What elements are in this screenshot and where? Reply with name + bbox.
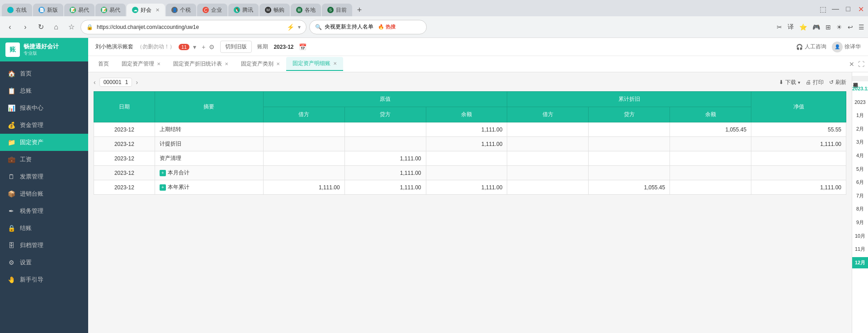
period-8[interactable]: 8月	[852, 203, 868, 215]
dropdown-arrow[interactable]: ▾	[193, 43, 196, 51]
gamepad-icon[interactable]: 🎮	[812, 23, 820, 31]
row4-orig-debit	[263, 166, 344, 180]
refresh-icon: ↺	[829, 79, 834, 85]
sidebar-item-funds[interactable]: 💰 资金管理	[0, 117, 88, 134]
tab-depreciation-stats[interactable]: 固定资产折旧统计表 ✕	[167, 57, 235, 70]
search-box[interactable]: 🔍 央视更新主持人名单 🔥 热搜	[309, 20, 427, 34]
browser-tab-yidai1[interactable]: 📝 易代	[64, 4, 94, 16]
settings-icon-header[interactable]: ⚙	[209, 43, 215, 51]
period-2023-12-top[interactable]: 2023.12	[852, 83, 868, 95]
dropdown-arrow-icon[interactable]: ▾	[298, 24, 301, 30]
sidebar-item-reports[interactable]: 📊 报表中心	[0, 99, 88, 117]
tab-asset-detail-ledger[interactable]: 固定资产明细账 ✕	[286, 57, 343, 71]
translate-icon[interactable]: 译	[788, 23, 794, 31]
history-icon[interactable]: ↩	[848, 23, 853, 31]
sidebar-item-closing[interactable]: 🔒 结账	[0, 220, 88, 237]
browser-tab-tencent[interactable]: 🐧 腾讯	[228, 4, 259, 16]
bookmark-button[interactable]: ☆	[65, 21, 78, 33]
browser-tab-haohui[interactable]: ☁ 好会 ✕	[127, 4, 165, 16]
tab-asset-category[interactable]: 固定资产类别 ✕	[235, 57, 286, 70]
print-icon: 🖨	[806, 79, 811, 85]
period-9[interactable]: 9月	[852, 217, 868, 229]
notification-badge[interactable]: 11	[179, 44, 189, 50]
period-11[interactable]: 11月	[852, 244, 868, 255]
tab-home[interactable]: 首页	[92, 57, 115, 70]
tab-close-detail[interactable]: ✕	[333, 61, 337, 66]
col-original-value: 原值	[263, 92, 507, 107]
sidebar-item-archive[interactable]: 🗄 归档管理	[0, 237, 88, 254]
brightness-icon[interactable]: ☀	[836, 23, 842, 31]
browser-toolbar-icons: ✂ 译 ⭐ 🎮 ⊞ ☀ ↩ ☰	[777, 23, 864, 31]
browser-tab-enterprise[interactable]: C 企业	[197, 4, 227, 16]
tab-close-dep[interactable]: ✕	[225, 61, 228, 66]
period-5[interactable]: 5月	[852, 164, 868, 175]
scissors-icon[interactable]: ✂	[777, 23, 782, 31]
period-3[interactable]: 3月	[852, 136, 868, 148]
sidebar-item-invoice[interactable]: 🗒 发票管理	[0, 168, 88, 185]
row2-dep-credit	[589, 137, 670, 151]
user-avatar-area[interactable]: 👤 徐译华	[832, 42, 861, 52]
star-icon[interactable]: ⭐	[799, 23, 807, 31]
browser-tab-muqian[interactable]: S 目前	[322, 4, 352, 16]
browser-minimize[interactable]: —	[830, 4, 841, 14]
browser-close[interactable]: ✕	[855, 4, 866, 14]
browser-tab-new[interactable]: 📄 新版	[33, 4, 63, 16]
table-row: 2023-12 资产清理 1,111.00	[94, 151, 846, 166]
period-selector-label[interactable]: 期间选择	[852, 76, 868, 81]
prev-page-arrow[interactable]: ‹	[94, 79, 96, 86]
sidebar-item-fixed-assets[interactable]: 📁 固定资产	[0, 134, 88, 151]
sidebar-item-payroll[interactable]: 💼 工资	[0, 151, 88, 168]
print-button[interactable]: 🖨 打印	[806, 79, 824, 86]
download-icon: ⬇	[779, 79, 783, 85]
menu-icon[interactable]: ☰	[859, 23, 864, 31]
sidebar-item-stock[interactable]: 📦 进销台账	[0, 185, 88, 202]
sidebar-item-ledger[interactable]: 📋 总账	[0, 82, 88, 99]
browser-tab-geshui[interactable]: 👤 个税	[166, 4, 196, 16]
period-4[interactable]: 4月	[852, 150, 868, 162]
next-page-arrow[interactable]: ›	[136, 79, 138, 86]
service-button[interactable]: 🎧 人工咨询	[796, 43, 826, 51]
period-2[interactable]: 2月	[852, 123, 868, 135]
sidebar-item-settings[interactable]: ⚙ 设置	[0, 254, 88, 271]
address-bar[interactable]: 🔒 https://cloud.chanjet.com/accounting/u…	[80, 20, 307, 34]
close-all-tabs-icon[interactable]: ✕	[849, 61, 854, 68]
tab-close-cat[interactable]: ✕	[276, 61, 280, 66]
switch-version-button[interactable]: 切到旧版	[220, 41, 252, 53]
browser-tab-yidai2[interactable]: 📝 易代	[95, 4, 126, 16]
sidebar-item-tax[interactable]: ✒ 税务管理	[0, 202, 88, 220]
row5-date: 2023-12	[94, 180, 155, 195]
tab-close-haohui[interactable]: ✕	[156, 7, 160, 13]
new-tab-button[interactable]: +	[353, 4, 366, 16]
tab-fixed-asset-management[interactable]: 固定资产管理 ✕	[115, 57, 167, 70]
refresh-button[interactable]: ↺ 刷新	[829, 79, 846, 86]
expand-icon[interactable]: ⛶	[858, 61, 864, 68]
grid-icon[interactable]: ⊞	[826, 23, 831, 31]
browser-tab-chang[interactable]: M 畅购	[259, 4, 290, 16]
calendar-icon[interactable]: 📅	[299, 43, 307, 51]
funds-icon: 💰	[7, 121, 15, 129]
sidebar-item-guide[interactable]: 🤚 新手引导	[0, 271, 88, 288]
period-6[interactable]: 6月	[852, 177, 868, 188]
browser-tab-gedi[interactable]: ⊞ 各地	[291, 4, 321, 16]
period-10[interactable]: 10月	[852, 230, 868, 242]
tab-close-fixed[interactable]: ✕	[157, 61, 160, 66]
browser-maximize[interactable]: □	[843, 4, 854, 14]
forward-button[interactable]: ›	[19, 21, 32, 33]
browser-tab-online[interactable]: 🌐 在线	[2, 4, 32, 16]
period-12-active[interactable]: 12月	[852, 257, 868, 269]
back-button[interactable]: ‹	[4, 21, 16, 33]
col-summary: 摘要	[155, 92, 263, 122]
avatar-icon: 👤	[835, 44, 840, 49]
period-1[interactable]: 1月	[852, 110, 868, 122]
period-7[interactable]: 7月	[852, 190, 868, 202]
browser-extensions[interactable]: ⬚	[817, 4, 828, 14]
add-account-icon[interactable]: +	[202, 43, 205, 51]
download-arrow-icon[interactable]: ▾	[798, 80, 800, 85]
home-button[interactable]: ⌂	[50, 21, 62, 33]
period-2023-year[interactable]: 2023	[852, 97, 868, 108]
summary-icon-year: +	[160, 184, 166, 191]
sidebar-item-home[interactable]: 🏠 首页	[0, 65, 88, 82]
refresh-button[interactable]: ↻	[34, 21, 47, 33]
ledger-icon: 📋	[7, 87, 15, 95]
download-button[interactable]: ⬇ 下载 ▾	[779, 79, 800, 86]
